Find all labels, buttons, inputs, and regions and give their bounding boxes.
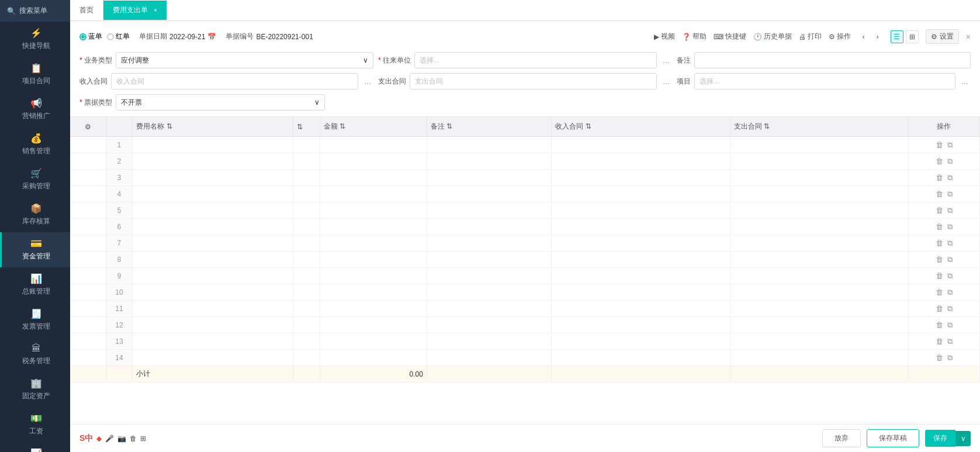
copy-btn-4[interactable]: ⧉ (947, 189, 953, 198)
amount-cell-5[interactable] (320, 202, 427, 219)
print-btn[interactable]: 🖨 打印 (799, 32, 822, 42)
expense-contract-cell-10[interactable] (730, 284, 908, 301)
expense-contract-cell-7[interactable] (730, 235, 908, 251)
income-contract-cell-8[interactable] (552, 251, 730, 268)
note-cell-1[interactable] (427, 137, 552, 153)
discard-button[interactable]: 放弃 (822, 429, 861, 447)
note-cell-10[interactable] (427, 284, 552, 301)
icon-camera[interactable]: 📷 (117, 434, 126, 443)
copy-btn-8[interactable]: ⧉ (947, 255, 953, 264)
save-arrow-button[interactable]: ∨ (955, 431, 971, 446)
next-btn[interactable]: › (872, 31, 884, 43)
expense-name-cell-13[interactable] (133, 333, 293, 350)
sort-icon[interactable]: ⇅ (297, 123, 303, 131)
tab-home[interactable]: 首页 (70, 1, 103, 20)
radio-red[interactable]: 红单 (107, 32, 130, 42)
sort-icon-expense[interactable]: ⇅ (167, 122, 172, 130)
save-main-button[interactable]: 保存 (925, 430, 955, 447)
expense-contract-cell-13[interactable] (730, 333, 908, 350)
tab-close-icon[interactable]: × (154, 7, 157, 13)
amount-cell-10[interactable] (320, 284, 427, 301)
expense-name-cell-3[interactable] (133, 170, 293, 186)
amount-cell-4[interactable] (320, 186, 427, 202)
invoice-type-select[interactable]: 不开票 ∨ (116, 94, 325, 111)
expense-contract-input[interactable]: 支出合同 (410, 73, 657, 89)
history-btn[interactable]: 🕐 历史单据 (753, 32, 792, 42)
income-contract-cell-5[interactable] (552, 202, 730, 219)
amount-cell-11[interactable] (320, 301, 427, 317)
sidebar-search[interactable]: 🔍 搜索菜单 (0, 0, 70, 22)
copy-btn-10[interactable]: ⧉ (947, 288, 953, 296)
copy-btn-6[interactable]: ⧉ (947, 222, 953, 231)
note-cell-13[interactable] (427, 333, 552, 350)
copy-btn-14[interactable]: ⧉ (947, 353, 953, 362)
expense-contract-cell-1[interactable] (730, 137, 908, 153)
expense-name-cell-7[interactable] (133, 235, 293, 251)
calendar-icon[interactable]: 📅 (207, 33, 216, 41)
video-btn[interactable]: ▶ 视频 (654, 32, 675, 42)
delete-btn-8[interactable]: 🗑 (936, 255, 943, 264)
partner-more-icon[interactable]: ... (660, 56, 672, 65)
note-cell-14[interactable] (427, 350, 552, 366)
sidebar-item-purchase-mgmt[interactable]: 🛒采购管理 (0, 162, 70, 197)
expense-name-cell-6[interactable] (133, 219, 293, 235)
expense-name-cell-11[interactable] (133, 301, 293, 317)
expense-contract-cell-8[interactable] (730, 251, 908, 268)
save-draft-button[interactable]: 保存草稿 (867, 429, 919, 447)
sort-icon-note[interactable]: ⇅ (446, 122, 452, 130)
delete-btn-4[interactable]: 🗑 (936, 189, 943, 198)
sidebar-item-tax-mgmt[interactable]: 🏛税务管理 (0, 337, 70, 372)
date-value[interactable]: 2022-09-21 (169, 33, 205, 41)
income-contract-cell-2[interactable] (552, 153, 730, 170)
tab-expense[interactable]: 费用支出单 × (103, 1, 167, 20)
shortcut-btn[interactable]: ⌨ 快捷键 (714, 32, 746, 42)
delete-btn-9[interactable]: 🗑 (936, 271, 943, 280)
expense-name-cell-8[interactable] (133, 251, 293, 268)
expense-name-cell-5[interactable] (133, 202, 293, 219)
income-contract-cell-6[interactable] (552, 219, 730, 235)
delete-btn-10[interactable]: 🗑 (936, 288, 943, 296)
sidebar-item-sales-mgmt[interactable]: 💰销售管理 (0, 127, 70, 162)
delete-btn-13[interactable]: 🗑 (936, 337, 943, 346)
note-cell-11[interactable] (427, 301, 552, 317)
amount-cell-8[interactable] (320, 251, 427, 268)
expense-contract-cell-12[interactable] (730, 317, 908, 333)
amount-cell-7[interactable] (320, 235, 427, 251)
note-cell-7[interactable] (427, 235, 552, 251)
copy-btn-7[interactable]: ⧉ (947, 239, 953, 247)
delete-btn-5[interactable]: 🗑 (936, 206, 943, 215)
amount-cell-13[interactable] (320, 333, 427, 350)
icon-grid[interactable]: ⊞ (140, 434, 146, 443)
expense-contract-cell-9[interactable] (730, 268, 908, 284)
radio-blue[interactable]: 蓝单 (79, 32, 102, 42)
expense-name-cell-2[interactable] (133, 153, 293, 170)
sidebar-item-project-contract[interactable]: 📋项目合同 (0, 57, 70, 92)
icon-diamond[interactable]: ◆ (96, 434, 102, 443)
amount-cell-2[interactable] (320, 153, 427, 170)
expense-contract-cell-14[interactable] (730, 350, 908, 366)
expense-contract-more[interactable]: ... (660, 77, 672, 86)
sort-icon-expense-contract[interactable]: ⇅ (764, 122, 770, 130)
income-contract-cell-14[interactable] (552, 350, 730, 366)
sidebar-item-account-mgmt[interactable]: 📊总账管理 (0, 267, 70, 302)
copy-btn-12[interactable]: ⧉ (947, 320, 953, 329)
amount-cell-14[interactable] (320, 350, 427, 366)
icon-s-zhong[interactable]: S中 (79, 433, 93, 444)
expense-name-cell-4[interactable] (133, 186, 293, 202)
copy-btn-2[interactable]: ⧉ (947, 157, 953, 165)
remark-input[interactable] (694, 52, 971, 68)
income-contract-cell-9[interactable] (552, 268, 730, 284)
delete-btn-1[interactable]: 🗑 (936, 140, 943, 149)
sidebar-item-invoice-mgmt[interactable]: 🧾发票管理 (0, 302, 70, 337)
copy-btn-9[interactable]: ⧉ (947, 271, 953, 280)
delete-btn-6[interactable]: 🗑 (936, 222, 943, 231)
list-view-btn[interactable]: ☰ (891, 30, 903, 43)
prev-btn[interactable]: ‹ (858, 31, 870, 43)
copy-btn-13[interactable]: ⧉ (947, 337, 953, 346)
amount-cell-9[interactable] (320, 268, 427, 284)
sidebar-item-salary[interactable]: 💵工资 (0, 407, 70, 442)
delete-btn-3[interactable]: 🗑 (936, 173, 943, 182)
delete-btn-2[interactable]: 🗑 (936, 157, 943, 165)
biz-type-select[interactable]: 应付调整 ∨ (116, 52, 373, 68)
delete-btn-11[interactable]: 🗑 (936, 304, 943, 313)
